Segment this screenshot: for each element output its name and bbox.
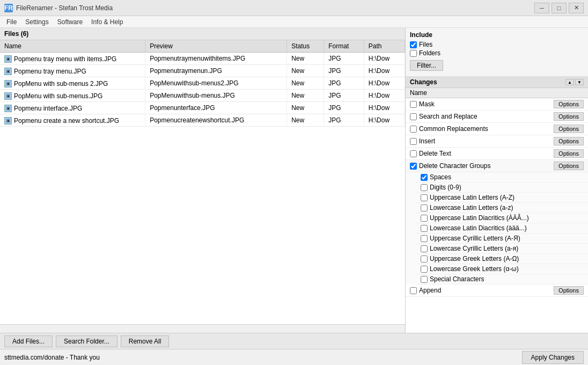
changes-list[interactable]: Mask Options Search and Replace Options …: [406, 98, 588, 333]
options-button-search-replace[interactable]: Options: [554, 112, 584, 121]
change-text-common-replacements[interactable]: Common Replacements: [419, 125, 488, 133]
menu-settings[interactable]: Settings: [21, 17, 53, 27]
change-text-append[interactable]: Append: [419, 287, 441, 294]
change-text-delete-char-groups[interactable]: Delete Character Groups: [419, 162, 490, 170]
folders-label[interactable]: Folders: [419, 49, 440, 57]
change-checkbox-delete-char-groups[interactable]: [410, 163, 417, 170]
change-row-common-replacements[interactable]: Common Replacements Options: [406, 123, 588, 135]
change-row-search-replace[interactable]: Search and Replace Options: [406, 111, 588, 123]
files-panel: Files (6) Name Preview Status Format Pat…: [0, 28, 406, 333]
col-path[interactable]: Path: [364, 40, 405, 53]
table-row[interactable]: ▣ Popmenu interface.JPG Popmenunterface.…: [0, 102, 405, 114]
sub-label-lowercase-diacritics[interactable]: Lowercase Latin Diacritics (àää...): [430, 224, 527, 232]
scroll-down-arrow[interactable]: ▼: [575, 79, 584, 85]
sub-checkbox-spaces[interactable]: [421, 174, 428, 181]
sub-checkbox-lowercase-cyrillic[interactable]: [421, 245, 428, 252]
sub-item-lowercase-diacritics[interactable]: Lowercase Latin Diacritics (àää...): [416, 223, 588, 233]
options-button-common-replacements[interactable]: Options: [554, 125, 584, 133]
sub-item-lowercase-cyrillic[interactable]: Lowercase Cyrillic Letters (а-я): [416, 244, 588, 254]
minimize-button[interactable]: ─: [534, 3, 549, 13]
files-table-container[interactable]: Name Preview Status Format Path ▣ Popmen…: [0, 40, 405, 324]
sub-label-lowercase-cyrillic[interactable]: Lowercase Cyrillic Letters (а-я): [430, 245, 518, 252]
filter-button[interactable]: Filter...: [410, 60, 443, 71]
options-button-delete-text[interactable]: Options: [554, 149, 584, 158]
close-button[interactable]: ✕: [569, 3, 584, 13]
sub-label-special-chars[interactable]: Special Characters: [430, 275, 484, 283]
change-checkbox-append[interactable]: [410, 287, 417, 294]
sub-checkbox-lowercase-diacritics[interactable]: [421, 225, 428, 232]
sub-checkbox-special-chars[interactable]: [421, 276, 428, 283]
bottom-bar: Add Files... Search Folder... Remove All: [0, 333, 588, 349]
sub-item-uppercase-diacritics[interactable]: Uppercase Latin Diacritics (ÀÄÂ...): [416, 213, 588, 223]
sub-item-lowercase-greek[interactable]: Lowercase Greek Letters (α-ω): [416, 264, 588, 274]
sub-label-uppercase-diacritics[interactable]: Uppercase Latin Diacritics (ÀÄÂ...): [430, 214, 529, 222]
sub-label-uppercase-latin[interactable]: Uppercase Latin Letters (A-Z): [430, 194, 514, 201]
maximize-button[interactable]: □: [552, 3, 567, 13]
table-row[interactable]: ▣ PopMenu with sub-menus 2.JPG PopMenuwi…: [0, 77, 405, 90]
change-checkbox-mask[interactable]: [410, 101, 417, 108]
change-row-insert[interactable]: Insert Options: [406, 135, 588, 148]
add-files-button[interactable]: Add Files...: [4, 335, 53, 347]
options-button-delete-char-groups[interactable]: Options: [554, 162, 584, 170]
sub-item-uppercase-latin[interactable]: Uppercase Latin Letters (A-Z): [416, 193, 588, 203]
file-thumbnail-icon: ▣: [4, 55, 12, 63]
sub-item-spaces[interactable]: Spaces: [416, 172, 588, 182]
change-row-append[interactable]: Append Options: [406, 284, 588, 297]
change-checkbox-insert[interactable]: [410, 138, 417, 145]
sub-label-spaces[interactable]: Spaces: [430, 173, 451, 181]
change-row-mask[interactable]: Mask Options: [406, 98, 588, 111]
table-row[interactable]: ▣ PopMenu with sub-menus.JPG PopMenuwith…: [0, 90, 405, 102]
col-preview[interactable]: Preview: [145, 40, 287, 53]
table-row[interactable]: ▣ Popmenu tray menu with items.JPG Popme…: [0, 53, 405, 65]
menu-file[interactable]: File: [2, 17, 21, 27]
change-checkbox-delete-text[interactable]: [410, 150, 417, 157]
options-button-mask[interactable]: Options: [554, 100, 584, 108]
sub-label-uppercase-cyrillic[interactable]: Uppercase Cyrillic Letters (А-Я): [430, 235, 520, 242]
sub-label-uppercase-greek[interactable]: Uppercase Greek Letters (Α-Ω): [430, 255, 519, 262]
change-checkbox-search-replace[interactable]: [410, 113, 417, 120]
sub-item-uppercase-greek[interactable]: Uppercase Greek Letters (Α-Ω): [416, 254, 588, 264]
folders-checkbox-row: Folders: [410, 49, 584, 57]
change-text-insert[interactable]: Insert: [419, 137, 435, 145]
col-format[interactable]: Format: [324, 40, 364, 53]
change-text-mask[interactable]: Mask: [419, 100, 435, 108]
col-status[interactable]: Status: [287, 40, 324, 53]
files-label[interactable]: Files: [419, 41, 432, 48]
sub-label-lowercase-greek[interactable]: Lowercase Greek Letters (α-ω): [430, 265, 519, 273]
file-name-cell: ▣ Popmenu tray menu.JPG: [0, 65, 145, 77]
remove-all-button[interactable]: Remove All: [121, 335, 170, 347]
sub-item-uppercase-cyrillic[interactable]: Uppercase Cyrillic Letters (А-Я): [416, 233, 588, 244]
sub-checkbox-uppercase-greek[interactable]: [421, 256, 428, 262]
file-status-cell: New: [287, 114, 324, 127]
sub-checkbox-lowercase-greek[interactable]: [421, 266, 428, 273]
files-checkbox[interactable]: [410, 41, 417, 48]
sub-checkbox-lowercase-latin[interactable]: [421, 205, 428, 211]
table-row[interactable]: ▣ Popmenu create a new shortcut.JPG Popm…: [0, 114, 405, 127]
sub-label-digits[interactable]: Digits (0-9): [430, 184, 461, 191]
menu-software[interactable]: Software: [53, 17, 87, 27]
sub-item-special-chars[interactable]: Special Characters: [416, 274, 588, 284]
change-text-search-replace[interactable]: Search and Replace: [419, 113, 477, 120]
file-format-cell: JPG: [324, 102, 364, 114]
sub-item-lowercase-latin[interactable]: Lowercase Latin Letters (a-z): [416, 203, 588, 213]
col-name[interactable]: Name: [0, 40, 145, 53]
sub-checkbox-uppercase-cyrillic[interactable]: [421, 235, 428, 242]
apply-changes-button[interactable]: Apply Changes: [522, 351, 584, 364]
search-folder-button[interactable]: Search Folder...: [56, 335, 117, 347]
sub-checkbox-uppercase-latin[interactable]: [421, 194, 428, 201]
sub-item-digits[interactable]: Digits (0-9): [416, 182, 588, 193]
change-row-delete-text[interactable]: Delete Text Options: [406, 148, 588, 160]
table-row[interactable]: ▣ Popmenu tray menu.JPG Popmenutraymenun…: [0, 65, 405, 77]
change-row-delete-char-groups[interactable]: Delete Character Groups Options: [406, 160, 588, 172]
options-button-insert[interactable]: Options: [554, 137, 584, 145]
sub-checkbox-uppercase-diacritics[interactable]: [421, 215, 428, 222]
menu-info-help[interactable]: Info & Help: [87, 17, 127, 27]
change-checkbox-common-replacements[interactable]: [410, 126, 417, 133]
options-button-append[interactable]: Options: [554, 286, 584, 295]
change-text-delete-text[interactable]: Delete Text: [419, 150, 451, 157]
sub-label-lowercase-latin[interactable]: Lowercase Latin Letters (a-z): [430, 204, 513, 211]
scroll-up-arrow[interactable]: ▲: [565, 79, 574, 85]
horizontal-scrollbar[interactable]: [0, 324, 405, 333]
sub-checkbox-digits[interactable]: [421, 184, 428, 191]
folders-checkbox[interactable]: [410, 50, 417, 57]
